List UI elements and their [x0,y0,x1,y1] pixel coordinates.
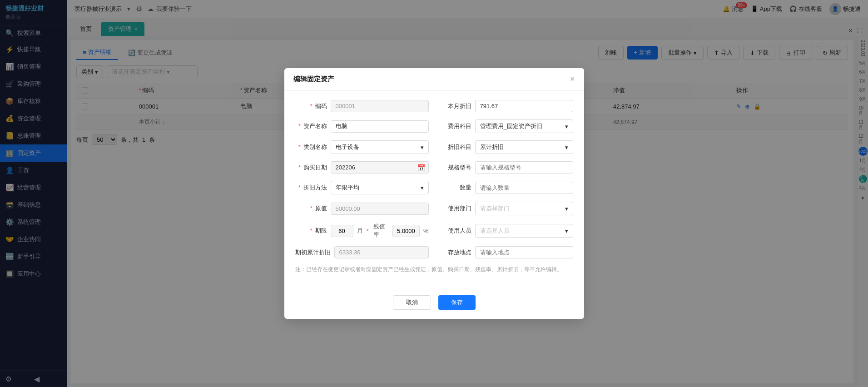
period-unit: 月 [357,227,363,235]
spec-model-label: 规格型号 [440,164,471,172]
form-row-5: * 折旧方法 年限平均 ▾ 数量 [295,181,573,194]
purchase-date-wrapper: 📅 [331,161,429,174]
storage-location-input[interactable] [475,246,573,258]
depreciation-account-dropdown-icon: ▾ [565,144,568,151]
field-use-department: 使用部门 请选择部门 ▾ [440,202,573,215]
code-label: * 编码 [295,102,327,110]
depreciation-method-value: 年限平均 [336,184,359,192]
field-depreciation-account: 折旧科目 累计折旧 ▾ [440,140,573,154]
purchase-date-label: * 购买日期 [295,164,327,172]
calendar-icon: 📅 [417,164,425,171]
depreciation-method-dropdown-icon: ▾ [421,184,424,191]
purchase-date-input[interactable] [331,161,429,174]
field-user: 使用人员 请选择人员 ▾ [440,223,573,239]
period-input[interactable] [331,225,353,237]
field-asset-name: * 资产名称 [295,119,429,133]
field-period: * 期限 月 * 残值率 % [295,223,429,239]
original-value-label: * 原值 [295,204,327,213]
field-initial-depreciation: 期初累计折旧 [295,246,429,258]
use-department-dropdown-icon: ▾ [565,205,568,212]
monthly-depreciation-label: 本月折旧 [440,102,471,110]
depreciation-method-select[interactable]: 年限平均 ▾ [331,181,429,194]
modal-footer: 取消 保存 [284,290,584,319]
form-row-7: * 期限 月 * 残值率 % 使用人员 请选择人员 [295,223,573,239]
asset-name-input[interactable] [331,120,429,133]
depreciation-account-label: 折旧科目 [440,143,471,151]
edit-asset-modal: 编辑固定资产 × * 编码 本月折旧 [284,68,584,319]
use-department-placeholder: 请选择部门 [480,204,510,213]
modal-note: 注：已经存在变更记录或者对应固定资产已经生成凭证，原值、购买日期、残值率、累计折… [295,266,573,273]
field-monthly-depreciation: 本月折旧 [440,100,573,112]
form-row-8: 期初累计折旧 存放地点 [295,246,573,258]
form-row-1: * 编码 本月折旧 [295,100,573,112]
depreciation-account-select[interactable]: 累计折旧 ▾ [475,140,573,154]
residual-rate-label: 残值率 [373,223,389,239]
period-label: * 期限 [295,227,327,235]
spec-model-input[interactable] [475,161,573,174]
field-category: * 类别名称 电子设备 ▾ [295,140,429,154]
initial-depreciation-label: 期初累计折旧 [295,248,331,257]
code-input[interactable] [331,100,429,112]
field-spec-model: 规格型号 [440,161,573,174]
save-button[interactable]: 保存 [438,295,476,310]
use-department-select[interactable]: 请选择部门 ▾ [475,202,573,215]
depreciation-method-label: * 折旧方法 [295,184,327,192]
modal-overlay: 编辑固定资产 × * 编码 本月折旧 [0,0,868,387]
expense-account-select[interactable]: 管理费用_固定资产折旧 ▾ [475,119,573,133]
user-dropdown-icon: ▾ [565,228,568,234]
field-storage-location: 存放地点 [440,246,573,258]
form-row-3: * 类别名称 电子设备 ▾ 折旧科目 累计折旧 ▾ [295,140,573,154]
field-code: * 编码 [295,100,429,112]
initial-depreciation-input[interactable] [334,246,429,258]
user-placeholder: 请选择人员 [480,227,510,235]
modal-body: * 编码 本月折旧 * 资产名称 [284,91,584,290]
user-select[interactable]: 请选择人员 ▾ [475,224,573,238]
monthly-depreciation-input[interactable] [475,100,573,112]
original-value-input[interactable] [331,203,429,215]
residual-rate-input[interactable] [392,225,420,237]
use-department-label: 使用部门 [440,204,471,213]
storage-location-label: 存放地点 [440,248,471,257]
form-row-4: * 购买日期 📅 规格型号 [295,161,573,174]
quantity-label: 数量 [440,184,471,192]
user-label: 使用人员 [440,227,471,235]
asset-name-label: * 资产名称 [295,122,327,130]
field-quantity: 数量 [440,181,573,194]
form-row-2: * 资产名称 费用科目 管理费用_固定资产折旧 ▾ [295,119,573,133]
expense-account-dropdown-icon: ▾ [565,123,568,130]
required-dot: * [310,103,312,109]
expense-account-value: 管理费用_固定资产折旧 [480,122,542,130]
field-expense-account: 费用科目 管理费用_固定资产折旧 ▾ [440,119,573,133]
depreciation-account-value: 累计折旧 [480,143,504,151]
residual-rate-unit: % [423,228,429,234]
modal-close-button[interactable]: × [570,74,575,84]
cancel-button[interactable]: 取消 [393,295,431,310]
field-original-value: * 原值 [295,202,429,215]
category-select[interactable]: 电子设备 ▾ [331,140,429,154]
modal-title: 编辑固定资产 [293,75,334,84]
field-depreciation-method: * 折旧方法 年限平均 ▾ [295,181,429,194]
category-label: * 类别名称 [295,143,327,151]
field-purchase-date: * 购买日期 📅 [295,161,429,174]
quantity-input[interactable] [475,182,573,194]
expense-account-label: 费用科目 [440,122,471,130]
modal-header: 编辑固定资产 × [284,68,584,91]
form-row-6: * 原值 使用部门 请选择部门 ▾ [295,202,573,215]
category-value: 电子设备 [336,143,359,151]
period-row: 月 * 残值率 % [331,223,429,239]
category-dropdown-icon: ▾ [421,144,424,151]
